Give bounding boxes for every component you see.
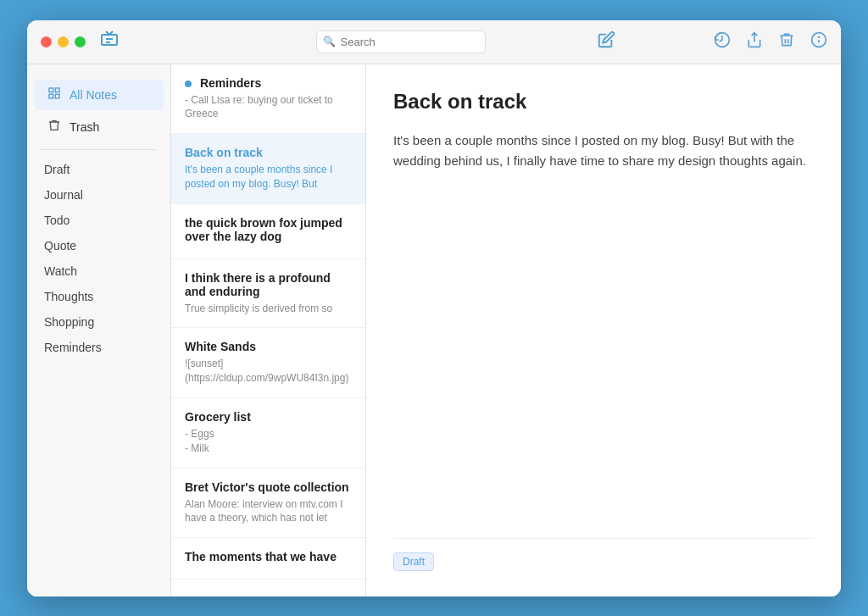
info-icon[interactable]: [810, 31, 827, 53]
traffic-lights: [41, 36, 86, 47]
note-preview: It's been a couple months since I posted…: [185, 163, 352, 191]
share-icon[interactable]: [746, 31, 763, 53]
search-input[interactable]: [316, 31, 486, 53]
note-item-bret-victor[interactable]: Bret Victor's quote collection Alan Moor…: [171, 469, 365, 539]
editor-title: Back on track: [393, 90, 814, 114]
search-bar: 🔍: [316, 31, 486, 53]
sidebar-divider: [41, 149, 157, 150]
trash-icon: [47, 119, 61, 136]
note-item-profound[interactable]: I think there is a profound and enduring…: [171, 259, 365, 329]
history-icon[interactable]: [714, 31, 731, 53]
toolbar-right: [714, 31, 827, 53]
reminders-dot: [185, 80, 192, 87]
note-title: Bret Victor's quote collection: [185, 480, 352, 494]
note-preview: ![sunset](https://cldup.com/9wpWU84I3n.j…: [185, 357, 352, 386]
minimize-button[interactable]: [58, 36, 69, 47]
compose-button[interactable]: [597, 31, 615, 53]
note-title: White Sands: [185, 340, 352, 353]
note-item-back-on-track[interactable]: Back on track It's been a couple months …: [171, 134, 365, 204]
delete-icon[interactable]: [778, 31, 795, 53]
sidebar-tag-quote[interactable]: Quote: [27, 233, 170, 258]
trash-label: Trash: [70, 120, 99, 134]
note-item-reminders[interactable]: Reminders - Call Lisa re: buying our tic…: [171, 64, 365, 135]
note-title: the quick brown fox jumped over the lazy…: [185, 216, 352, 243]
svg-rect-8: [55, 88, 59, 92]
sidebar-tag-reminders[interactable]: Reminders: [27, 335, 170, 360]
all-notes-label: All Notes: [70, 88, 117, 102]
sidebar-item-all-notes[interactable]: All Notes: [34, 80, 164, 110]
sidebar: All Notes Trash Draft Journal: [27, 64, 171, 597]
sidebar-main-section: All Notes Trash: [27, 80, 170, 142]
app-icon: [99, 29, 120, 54]
sidebar-tag-todo[interactable]: Todo: [27, 208, 170, 233]
note-item-quick-brown-fox[interactable]: the quick brown fox jumped over the lazy…: [171, 204, 365, 259]
titlebar: 🔍: [27, 20, 841, 64]
sidebar-tag-shopping[interactable]: Shopping: [27, 309, 170, 335]
note-item-white-sands[interactable]: White Sands ![sunset](https://cldup.com/…: [171, 328, 365, 398]
sidebar-tag-draft[interactable]: Draft: [27, 157, 170, 182]
note-preview: - Call Lisa re: buying our ticket to Gre…: [185, 93, 352, 122]
sidebar-tag-thoughts[interactable]: Thoughts: [27, 284, 170, 309]
close-button[interactable]: [41, 36, 52, 47]
app-window: 🔍: [27, 20, 841, 597]
note-title: Back on track: [185, 146, 352, 159]
note-preview: Alan Moore: interview on mtv.com I have …: [185, 497, 352, 526]
note-title: The moments that we have: [185, 550, 352, 563]
svg-rect-7: [49, 88, 53, 92]
sidebar-tags-section: Draft Journal Todo Quote Watch Thoughts …: [27, 157, 170, 360]
notes-list: Reminders - Call Lisa re: buying our tic…: [171, 64, 366, 597]
svg-rect-10: [55, 94, 59, 98]
note-tag-badge[interactable]: Draft: [393, 552, 434, 571]
search-icon: 🔍: [323, 36, 336, 47]
note-preview: True simplicity is derived from so: [185, 302, 352, 316]
maximize-button[interactable]: [75, 36, 86, 47]
note-title: I think there is a profound and enduring: [185, 271, 352, 298]
note-footer: Draft: [393, 538, 814, 571]
note-title: Reminders: [185, 76, 352, 90]
note-item-moments[interactable]: The moments that we have: [171, 538, 365, 580]
sidebar-item-trash[interactable]: Trash: [34, 112, 164, 142]
sidebar-tag-journal[interactable]: Journal: [27, 182, 170, 208]
svg-rect-9: [49, 94, 53, 98]
editor-body: It's been a couple months since I posted…: [393, 130, 814, 171]
note-title: Grocery list: [185, 410, 352, 424]
main-content: All Notes Trash Draft Journal: [27, 64, 841, 597]
note-editor[interactable]: Back on track It's been a couple months …: [366, 64, 841, 597]
note-preview: - Eggs- Milk: [185, 427, 352, 456]
note-item-grocery-list[interactable]: Grocery list - Eggs- Milk: [171, 398, 365, 469]
sidebar-tag-watch[interactable]: Watch: [27, 258, 170, 284]
all-notes-icon: [47, 86, 61, 103]
